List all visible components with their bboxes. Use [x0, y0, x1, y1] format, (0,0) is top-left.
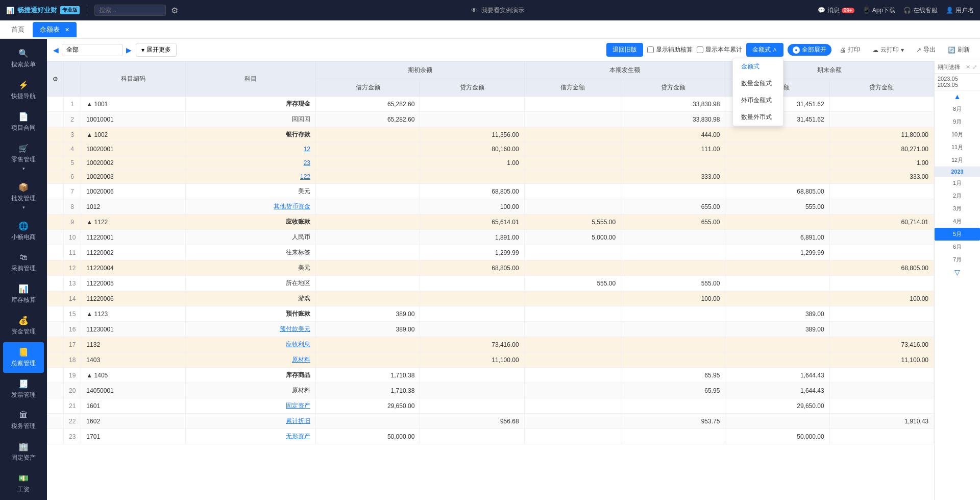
sidebar-item-purchase[interactable]: 🛍 采购管理	[3, 248, 44, 278]
format-option-qty-amount[interactable]: 数量金额式	[733, 75, 783, 92]
period-month-8[interactable]: 8月	[935, 103, 980, 115]
td-open-credit: 956.68	[420, 414, 524, 429]
account-link[interactable]: 固定资产	[286, 402, 310, 409]
account-link[interactable]: 应收利息	[286, 341, 310, 348]
account-link[interactable]: 累计折旧	[286, 417, 310, 424]
show-ytd-input[interactable]	[697, 46, 703, 53]
show-ytd-checkbox[interactable]: 显示本年累计	[697, 45, 742, 54]
format-option-foreign[interactable]: 外币金额式	[733, 92, 783, 109]
expand-more-btn[interactable]: ▾ 展开更多	[136, 43, 177, 57]
tab-close-icon[interactable]: ✕	[65, 27, 69, 33]
refresh-btn[interactable]: 🔄 刷新	[944, 43, 974, 56]
td-close-credit	[829, 97, 934, 112]
sidebar-item-retail[interactable]: 🛒 零售管理 ▾	[3, 138, 44, 176]
cloud-print-btn[interactable]: ☁ 云打印 ▾	[868, 43, 908, 56]
td-period-credit	[621, 184, 725, 199]
sidebar-item-salary[interactable]: 💵 工资	[3, 468, 44, 499]
table-row: 14 11220006 游戏 100.00 100.00	[47, 291, 934, 306]
settings-icon[interactable]: ⚙	[171, 6, 178, 15]
account-link[interactable]: 原材料	[292, 356, 310, 363]
period-month-2[interactable]: 2月	[935, 189, 980, 202]
tab-balance-label: 余额表	[40, 26, 60, 33]
tab-balance[interactable]: 余额表 ✕	[33, 22, 77, 37]
account-link[interactable]: 122	[300, 173, 310, 180]
period-down-arrow[interactable]: ▽	[935, 266, 980, 278]
account-link[interactable]: 无形资产	[286, 433, 310, 440]
show-assist-input[interactable]	[647, 46, 654, 53]
period-month-4[interactable]: 4月	[935, 215, 980, 228]
sidebar-item-ecom[interactable]: 🌐 小畅电商	[3, 216, 44, 247]
td-row-num: 3	[64, 127, 81, 142]
export-btn[interactable]: ↗ 导出	[912, 43, 940, 56]
messages-btn[interactable]: 💬 消息 99+	[818, 6, 854, 15]
table-row: 17 1132 应收利息 73,416.00 73,416.00	[47, 337, 934, 352]
td-close-debit: 1,644.43	[725, 383, 829, 398]
sidebar-item-search[interactable]: 🔍 搜索菜单	[3, 43, 44, 74]
td-open-debit	[316, 184, 420, 199]
print-btn[interactable]: 🖨 打印	[836, 43, 864, 56]
back-arrow-icon[interactable]: ◀	[53, 46, 59, 54]
user-btn[interactable]: 👤 用户名	[946, 6, 974, 15]
period-month-10[interactable]: 10月	[935, 128, 980, 141]
format-option-qty-foreign[interactable]: 数量外币式	[733, 109, 783, 126]
sidebar-item-inventory[interactable]: 📊 库存核算	[3, 279, 44, 309]
period-month-7[interactable]: 7月	[935, 253, 980, 266]
expand-all-toggle[interactable]: ● 全部展开	[788, 44, 831, 56]
account-name: 原材料	[292, 387, 310, 394]
period-month-5[interactable]: 5月	[935, 228, 980, 241]
account-link[interactable]: 12	[304, 146, 310, 153]
sidebar-item-nav[interactable]: ⚡ 快捷导航	[3, 75, 44, 106]
top-search-input[interactable]	[94, 5, 166, 16]
td-period-debit	[524, 383, 621, 398]
td-period-debit	[524, 170, 621, 184]
td-name[interactable]: 固定资产	[185, 398, 315, 414]
account-link[interactable]: 预付款美元	[280, 325, 310, 332]
format-option-amount[interactable]: 金额式	[733, 58, 783, 75]
period-month-3[interactable]: 3月	[935, 202, 980, 215]
td-name[interactable]: 无形资产	[185, 429, 315, 444]
sidebar-item-invoice[interactable]: 🧾 发票管理	[3, 374, 44, 404]
period-up-arrow[interactable]: ▲	[935, 90, 980, 103]
td-name[interactable]: 应收利息	[185, 337, 315, 352]
sidebar-item-assets[interactable]: 🏢 固定资产	[3, 437, 44, 467]
td-name[interactable]: 预付款美元	[185, 322, 315, 337]
tab-home[interactable]: 首页	[4, 22, 32, 37]
td-period-debit	[524, 127, 621, 142]
sidebar-item-contract[interactable]: 📄 项目合同	[3, 107, 44, 137]
period-month-12[interactable]: 12月	[935, 154, 980, 166]
period-month-6[interactable]: 6月	[935, 241, 980, 253]
account-search-input[interactable]	[62, 44, 123, 56]
app-download-btn[interactable]: 📱 App下载	[863, 6, 895, 15]
td-period-credit	[621, 398, 725, 414]
td-period-debit	[524, 322, 621, 337]
period-expand-icon[interactable]: ⤢	[972, 64, 977, 70]
demo-link[interactable]: 我要看实例演示	[481, 6, 524, 15]
sidebar-item-wholesale[interactable]: 📦 批发管理 ▾	[3, 177, 44, 215]
td-open-credit	[420, 306, 524, 322]
td-name[interactable]: 原材料	[185, 352, 315, 368]
sidebar-item-finance[interactable]: 💰 资金管理	[3, 311, 44, 341]
period-month-11[interactable]: 11月	[935, 141, 980, 154]
sidebar-item-tax[interactable]: 🏛 税务管理	[3, 406, 44, 436]
account-link[interactable]: 其他货币资金	[274, 203, 310, 210]
td-open-credit	[420, 398, 524, 414]
forward-arrow-icon[interactable]: ▶	[126, 46, 132, 54]
td-name[interactable]: 其他货币资金	[185, 199, 315, 215]
tab-home-label: 首页	[11, 26, 24, 33]
period-close-icon[interactable]: ✕	[966, 64, 970, 70]
td-name[interactable]: 122	[185, 170, 315, 184]
td-name[interactable]: 12	[185, 142, 315, 156]
td-name[interactable]: 累计折旧	[185, 414, 315, 429]
back-old-btn[interactable]: 退回旧版	[606, 43, 643, 57]
show-assist-checkbox[interactable]: 显示辅助核算	[647, 45, 693, 54]
th-settings[interactable]: ⚙	[47, 62, 64, 97]
account-link[interactable]: 23	[304, 159, 310, 166]
td-row-num: 2	[64, 112, 81, 127]
format-dropdown-btn[interactable]: 金额式 ∧	[746, 43, 783, 57]
td-name[interactable]: 23	[185, 156, 315, 170]
period-month-1[interactable]: 1月	[935, 177, 980, 189]
online-service-btn[interactable]: 🎧 在线客服	[903, 6, 938, 15]
period-month-9[interactable]: 9月	[935, 115, 980, 128]
ecom-icon: 🌐	[18, 221, 29, 231]
sidebar-item-ledger[interactable]: 📒 总账管理	[3, 342, 44, 373]
